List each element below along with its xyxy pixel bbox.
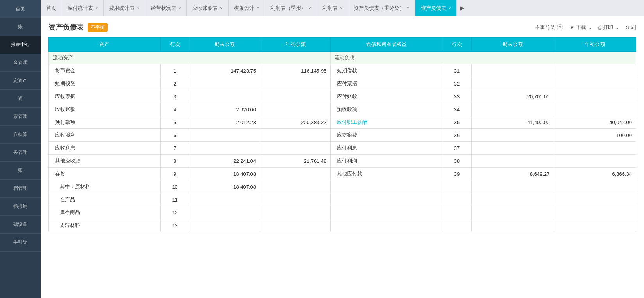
left-end-balance: 18,407.08 (190, 180, 260, 193)
table-row: 其他应收款 8 22,241.04 21,761.48 应付利润 38 (49, 155, 636, 168)
tab-balance-sheet[interactable]: 资产负债表 × (415, 0, 457, 16)
right-row-num: 32 (442, 77, 471, 90)
left-begin-balance (260, 193, 331, 206)
download-btn[interactable]: ▼ 下载 ⌄ (569, 24, 592, 31)
right-row-num: 36 (442, 129, 471, 142)
close-tab-template-design[interactable]: × (257, 6, 259, 11)
right-end-balance: 41,400.00 (472, 116, 554, 129)
close-tab-operation-stat[interactable]: × (179, 6, 181, 11)
right-end-balance: 8,649.27 (472, 168, 554, 180)
left-begin-balance (260, 180, 331, 193)
left-row-num: 5 (160, 116, 190, 129)
left-begin-balance (260, 129, 331, 142)
left-item-label: 应收票据 (49, 90, 161, 103)
sidebar-item-ticket-mgmt[interactable]: 票管理 (0, 108, 41, 126)
tab-balance-reclassified[interactable]: 资产负债表（重分类） × (348, 0, 415, 16)
tab-operation-stat[interactable]: 经营状况表 × (145, 0, 187, 16)
tab-home[interactable]: 首页 (41, 0, 62, 16)
tab-ar-aging[interactable]: 应收账龄表 × (187, 0, 228, 16)
tab-payable-stat[interactable]: 应付统计表 × (62, 0, 104, 16)
left-end-balance (190, 193, 260, 206)
non-reclassify-btn[interactable]: 不重分类 ? (535, 24, 563, 31)
sidebar-item-contract-mgmt[interactable]: 务管理 (0, 144, 41, 162)
section-left-label: 流动资产: (49, 52, 331, 64)
right-begin-balance (554, 77, 636, 90)
left-item-label: 其他应收款 (49, 155, 161, 168)
right-item-label: 其他应付款 (331, 168, 442, 180)
right-row-num: 39 (442, 168, 471, 180)
print-btn[interactable]: ⎙ 打印 ⌄ (598, 24, 619, 31)
right-end-balance (472, 129, 554, 142)
col-begin-balance: 年初余额 (260, 38, 331, 52)
linked-item[interactable]: 应付职工薪酬 (337, 119, 367, 125)
sidebar-item-sales[interactable]: 畅报销 (0, 198, 41, 216)
right-end-balance (472, 219, 554, 232)
left-item-label: 预付款项 (49, 116, 161, 129)
right-begin-balance (554, 155, 636, 168)
left-end-balance (190, 90, 260, 103)
tab-profit[interactable]: 利润表 × (317, 0, 348, 16)
right-row-num: 33 (442, 90, 471, 103)
left-row-num: 1 (160, 64, 190, 77)
right-end-balance (472, 77, 554, 90)
sidebar-item-ledger[interactable]: 账 (0, 162, 41, 180)
left-row-num: 4 (160, 103, 190, 116)
sidebar-item-fund-mgmt[interactable]: 金管理 (0, 54, 41, 72)
refresh-icon: ↻ (625, 25, 630, 30)
right-item-label (331, 206, 442, 219)
close-tab-balance-sheet[interactable]: × (449, 6, 451, 11)
unbalanced-badge: 不平衡 (88, 23, 108, 32)
right-row-num (442, 206, 471, 219)
sidebar-item-home[interactable]: 首页 (0, 0, 41, 18)
right-begin-balance (554, 219, 636, 232)
left-end-balance (190, 142, 260, 155)
sidebar-item-inventory[interactable]: 存核算 (0, 126, 41, 144)
col-row-num: 行次 (160, 38, 190, 52)
sidebar-item-settings[interactable]: 础设置 (0, 216, 41, 234)
left-end-balance (190, 129, 260, 142)
right-item-label: 应交税费 (331, 129, 442, 142)
page-header: 资产负债表 不平衡 不重分类 ? ▼ 下载 ⌄ ⎙ 打印 ⌄ (48, 23, 636, 32)
sidebar-item-guide[interactable]: 手引导 (0, 234, 41, 252)
close-tab-expense-stat[interactable]: × (137, 6, 139, 11)
left-row-num: 3 (160, 90, 190, 103)
right-item-label: 应付利息 (331, 142, 442, 155)
help-icon[interactable]: ? (557, 24, 563, 30)
tab-template-design[interactable]: 模版设计 × (229, 0, 265, 16)
left-item-label: 其中：原材料 (49, 180, 161, 193)
tab-nav-right[interactable]: ▶ (457, 0, 467, 16)
left-item-label: 应收利息 (49, 142, 161, 155)
sidebar-item-report-center[interactable]: 报表中心 (0, 36, 41, 54)
right-item-label (331, 193, 442, 206)
download-chevron-icon: ⌄ (588, 25, 592, 30)
left-begin-balance: 21,761.48 (260, 155, 331, 168)
tab-profit-quarterly[interactable]: 利润表（季报） × (265, 0, 317, 16)
close-tab-profit-quarterly[interactable]: × (308, 6, 311, 11)
right-row-num: 34 (442, 103, 471, 116)
close-tab-profit[interactable]: × (340, 6, 342, 11)
page-title-area: 资产负债表 不平衡 (48, 23, 108, 32)
left-begin-balance (260, 103, 331, 116)
tab-expense-stat[interactable]: 费用统计表 × (104, 0, 145, 16)
table-row: 存货 9 18,407.08 其他应付款 39 8,649.27 6,366.3… (49, 168, 636, 180)
table-row: 在产品 11 (49, 193, 636, 206)
sidebar-item-account[interactable]: 账 (0, 18, 41, 36)
left-begin-balance (260, 142, 331, 155)
right-item-label: 应付职工薪酬 (331, 116, 442, 129)
table-row: 预付款项 5 2,012.23 200,383.23 应付职工薪酬 35 41,… (49, 116, 636, 129)
close-tab-payable-stat[interactable]: × (95, 6, 98, 11)
sidebar-item-invest[interactable]: 资 (0, 90, 41, 108)
table-row: 应收股利 6 应交税费 36 100.00 (49, 129, 636, 142)
col-begin-balance2: 年初余额 (554, 38, 636, 52)
right-row-num (442, 193, 471, 206)
close-tab-ar-aging[interactable]: × (220, 6, 222, 11)
refresh-btn[interactable]: ↻ 刷 (625, 24, 636, 31)
close-tab-balance-reclassified[interactable]: × (407, 6, 409, 11)
table-row: 周转材料 13 (49, 219, 636, 232)
col-asset: 资产 (49, 38, 161, 52)
right-begin-balance (554, 206, 636, 219)
table-row: 应收账款 4 2,920.00 预收款项 34 (49, 103, 636, 116)
right-row-num: 38 (442, 155, 471, 168)
sidebar-item-fixed-assets[interactable]: 定资产 (0, 72, 41, 90)
sidebar-item-doc-mgmt[interactable]: 档管理 (0, 180, 41, 198)
